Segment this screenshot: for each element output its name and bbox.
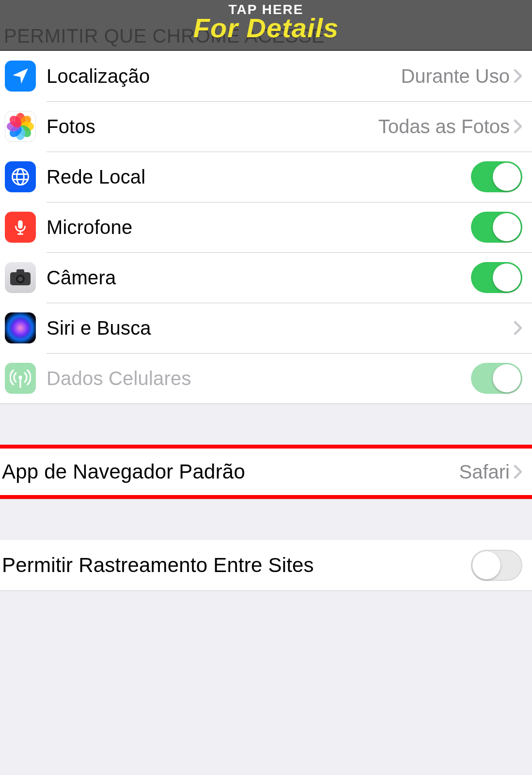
default-browser-label: App de Navegador Padrão (2, 460, 459, 483)
cellular-label: Dados Celulares (47, 368, 471, 389)
chevron-right-icon (514, 68, 522, 84)
svg-point-1 (17, 169, 24, 185)
section-spacer (0, 499, 532, 540)
location-detail: Durante Uso (401, 65, 510, 87)
bottom-padding (0, 590, 532, 775)
tracking-label: Permitir Rastreamento Entre Sites (2, 554, 471, 577)
photos-icon (5, 111, 36, 142)
default-browser-value: Safari (459, 461, 510, 483)
camera-label: Câmera (47, 267, 471, 289)
tracking-toggle[interactable] (471, 550, 522, 581)
row-photos[interactable]: Fotos Todas as Fotos (0, 101, 532, 152)
svg-rect-2 (18, 220, 23, 229)
row-siri[interactable]: Siri e Busca (0, 303, 532, 353)
chevron-right-icon (514, 464, 522, 480)
row-microphone[interactable]: Microfone (0, 202, 532, 252)
svg-rect-4 (16, 269, 24, 274)
row-default-browser[interactable]: App de Navegador Padrão Safari (0, 449, 532, 495)
globe-icon (5, 161, 36, 192)
local-network-toggle[interactable] (471, 161, 522, 192)
siri-icon (5, 312, 36, 343)
local-network-label: Rede Local (47, 166, 471, 188)
siri-label: Siri e Busca (47, 317, 514, 339)
ad-banner[interactable]: PERMITIR QUE CHROME ACESSE TAP HERE For … (0, 0, 532, 51)
chevron-right-icon (514, 119, 522, 134)
row-cellular-data[interactable]: Dados Celulares (0, 353, 532, 403)
row-local-network[interactable]: Rede Local (0, 152, 532, 202)
highlight-box: App de Navegador Padrão Safari (0, 445, 532, 499)
section-spacer (0, 403, 532, 445)
microphone-toggle[interactable] (471, 212, 522, 243)
camera-toggle[interactable] (471, 262, 522, 293)
antenna-icon (5, 363, 36, 394)
svg-point-6 (18, 277, 23, 281)
camera-icon (5, 262, 36, 293)
microphone-icon (5, 212, 36, 243)
chevron-right-icon (514, 320, 522, 336)
svg-point-0 (13, 169, 29, 185)
banner-line2: For Details (193, 15, 339, 42)
permissions-group: Localização Durante Uso Fotos Todas as F… (0, 51, 532, 403)
row-cross-site-tracking[interactable]: Permitir Rastreamento Entre Sites (0, 540, 532, 590)
tracking-group: Permitir Rastreamento Entre Sites (0, 540, 532, 590)
photos-label: Fotos (47, 116, 378, 138)
location-icon (5, 61, 36, 92)
row-camera[interactable]: Câmera (0, 252, 532, 303)
cellular-toggle (471, 363, 522, 394)
row-location[interactable]: Localização Durante Uso (0, 51, 532, 101)
microphone-label: Microfone (47, 217, 471, 238)
photos-detail: Todas as Fotos (378, 116, 510, 138)
location-label: Localização (47, 65, 401, 87)
banner-text: TAP HERE For Details (193, 3, 339, 42)
